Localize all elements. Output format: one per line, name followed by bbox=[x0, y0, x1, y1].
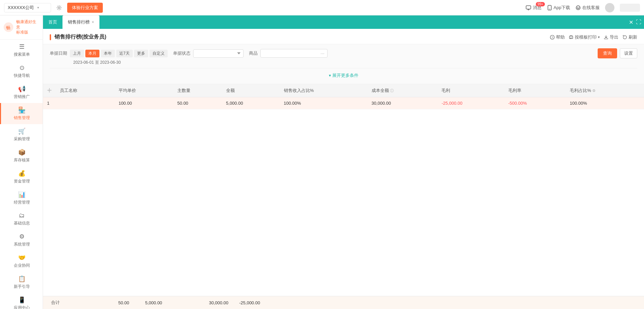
footer-cost: 30,000.00 bbox=[205, 300, 235, 305]
trial-button[interactable]: 体验行业方案 bbox=[67, 3, 103, 13]
col-settings[interactable] bbox=[43, 84, 56, 97]
sidebar-item-quicknav[interactable]: ⊙ 快捷导航 bbox=[0, 61, 43, 82]
refresh-btn[interactable]: 刷新 bbox=[622, 34, 637, 40]
sidebar-item-collab[interactable]: 🤝 企业协同 bbox=[0, 251, 43, 272]
tab-close-icon[interactable]: × bbox=[92, 20, 94, 24]
apps-icon: 📱 bbox=[18, 296, 26, 304]
date-btn-7days[interactable]: 近7天 bbox=[116, 50, 133, 57]
col-employee-name: 员工名称 bbox=[56, 84, 115, 97]
sidebar-item-system[interactable]: ⚙ 系统管理 bbox=[0, 229, 43, 251]
expand-more-icon: ▾ bbox=[329, 73, 331, 78]
expand-more-btn[interactable]: ▾ 展开更多条件 bbox=[329, 71, 358, 80]
col-sales-pct: 销售收入占比% bbox=[280, 84, 368, 97]
export-btn[interactable]: 导出 bbox=[604, 34, 618, 40]
sidebar-item-apps[interactable]: 📱 应用中心 bbox=[0, 293, 43, 309]
window-expand-icon[interactable]: ⛶ bbox=[636, 19, 641, 25]
avatar[interactable] bbox=[605, 3, 614, 12]
date-filter: 单据日期 上月 本月 本年 近7天 更多 自定义 bbox=[50, 50, 168, 57]
svg-point-12 bbox=[49, 90, 50, 91]
sidebar-item-basic[interactable]: 🗂 基础信息 bbox=[0, 209, 43, 229]
col-amount: 全额 bbox=[222, 84, 280, 97]
purchase-icon: 🛒 bbox=[18, 127, 26, 135]
cell-rank: 1 bbox=[43, 97, 56, 109]
sales-ranking-table: 员工名称 平均单价 主数量 全额 销售收入占比% 成本全额 ⓘ 毛利 bbox=[43, 84, 644, 109]
sidebar-label-search: 搜索菜单 bbox=[14, 52, 30, 57]
print-btn[interactable]: 按模板打印 ▾ bbox=[569, 34, 600, 40]
sidebar-label-collab: 企业协同 bbox=[14, 263, 30, 268]
inventory-icon: 📦 bbox=[18, 149, 26, 156]
svg-point-4 bbox=[576, 6, 580, 10]
cost-info-icon[interactable]: ⓘ bbox=[390, 89, 394, 93]
tab-home[interactable]: 首页 bbox=[43, 15, 62, 29]
sidebar-item-operations[interactable]: 📊 经营管理 bbox=[0, 188, 43, 209]
date-btn-custom[interactable]: 自定义 bbox=[149, 50, 168, 57]
status-filter: 单据状态 bbox=[173, 49, 244, 58]
sidebar-item-guide[interactable]: 📋 新手引导 bbox=[0, 272, 43, 293]
company-name: XXXXXX公司 bbox=[8, 5, 34, 11]
goods-more-btn[interactable]: ··· bbox=[320, 51, 325, 56]
app-download-icon[interactable]: App下载 bbox=[547, 5, 570, 11]
date-btn-more[interactable]: 更多 bbox=[134, 50, 148, 57]
tab-sales-label: 销售排行榜 bbox=[68, 19, 90, 25]
page-actions: ? 帮助 按模板打印 ▾ 导出 bbox=[550, 34, 637, 40]
operations-icon: 📊 bbox=[18, 191, 26, 198]
goods-filter-label: 商品 bbox=[249, 50, 258, 56]
cell-quantity: 50.00 bbox=[173, 97, 222, 109]
message-icon[interactable]: 消息 99+ bbox=[525, 5, 542, 11]
sidebar-item-sales[interactable]: 🏪 销售管理 bbox=[0, 103, 43, 124]
sidebar-label-guide: 新手引导 bbox=[14, 284, 30, 290]
footer-label: 合计 bbox=[47, 300, 87, 306]
date-btn-thisyear[interactable]: 本年 bbox=[101, 50, 115, 57]
date-filter-label: 单据日期 bbox=[50, 50, 67, 56]
goods-filter: 商品 ··· bbox=[249, 49, 328, 58]
col-gross: 毛利 bbox=[437, 84, 504, 97]
page-title: 销售排行榜(按业务员) bbox=[54, 34, 106, 41]
filter-area: 单据日期 上月 本月 本年 近7天 更多 自定义 bbox=[43, 44, 644, 84]
tab-bar-close: ✕ ⛶ bbox=[629, 19, 641, 25]
cell-gross: -25,000.00 bbox=[437, 97, 504, 109]
table-row: 1 100.00 50.00 5,000.00 100.00% 30,000.0… bbox=[43, 97, 644, 109]
query-button[interactable]: 查询 bbox=[598, 48, 617, 58]
sidebar-item-search[interactable]: ☰ 搜索菜单 bbox=[0, 40, 43, 61]
cell-gross-rate: -500.00% bbox=[504, 97, 566, 109]
print-chevron[interactable]: ▾ bbox=[598, 35, 600, 39]
sidebar-label-sales: 销售管理 bbox=[14, 115, 30, 121]
svg-text:?: ? bbox=[552, 36, 553, 39]
refresh-label: 刷新 bbox=[629, 34, 637, 40]
system-icon: ⚙ bbox=[19, 233, 25, 240]
print-label: 按模板打印 bbox=[575, 34, 597, 40]
status-select[interactable] bbox=[193, 49, 244, 58]
date-btn-thismonth[interactable]: 本月 bbox=[85, 50, 99, 57]
finance-icon: 💰 bbox=[18, 170, 26, 177]
window-close-icon[interactable]: ✕ bbox=[629, 19, 633, 25]
svg-point-3 bbox=[549, 9, 550, 9]
footer-amount: 5,000.00 bbox=[141, 300, 171, 305]
table-area: 员工名称 平均单价 主数量 全额 销售收入占比% 成本全额 ⓘ 毛利 bbox=[43, 84, 644, 296]
sidebar-item-inventory[interactable]: 📦 库存核算 bbox=[0, 145, 43, 166]
date-range-display: 2023-06-01 至 2023-06-30 bbox=[73, 60, 121, 65]
sidebar-label-marketing: 营销推广 bbox=[14, 94, 30, 100]
sidebar-item-purchase[interactable]: 🛒 采购管理 bbox=[0, 124, 43, 145]
online-service-icon[interactable]: 在线客服 bbox=[575, 5, 600, 11]
settings-icon[interactable] bbox=[54, 2, 65, 13]
svg-rect-1 bbox=[526, 6, 531, 9]
expand-more-label: 展开更多条件 bbox=[332, 72, 358, 79]
date-btn-lastmonth[interactable]: 上月 bbox=[70, 50, 84, 57]
company-selector[interactable]: XXXXXX公司 ▾ bbox=[4, 3, 51, 12]
grosspct-info-icon[interactable]: ⚙ bbox=[592, 89, 596, 93]
logo-line2: 标准版 bbox=[16, 30, 39, 35]
sidebar-item-finance[interactable]: 💰 资金管理 bbox=[0, 166, 43, 188]
sidebar-label-finance: 资金管理 bbox=[14, 178, 30, 184]
quicknav-icon: ⊙ bbox=[19, 64, 25, 71]
svg-text:畅: 畅 bbox=[6, 25, 10, 30]
status-filter-label: 单据状态 bbox=[173, 50, 190, 56]
col-quantity: 主数量 bbox=[173, 84, 222, 97]
table-settings-button[interactable]: 设置 bbox=[620, 48, 637, 58]
tab-bar: 首页 销售排行榜 × ✕ ⛶ bbox=[43, 15, 644, 29]
sales-icon: 🏪 bbox=[18, 106, 26, 114]
sidebar-item-marketing[interactable]: 📢 营销推广 bbox=[0, 82, 43, 103]
sidebar-label-apps: 应用中心 bbox=[14, 305, 30, 309]
guide-icon: 📋 bbox=[18, 275, 26, 282]
help-btn[interactable]: ? 帮助 bbox=[550, 34, 565, 40]
tab-sales-ranking[interactable]: 销售排行榜 × bbox=[62, 15, 99, 29]
